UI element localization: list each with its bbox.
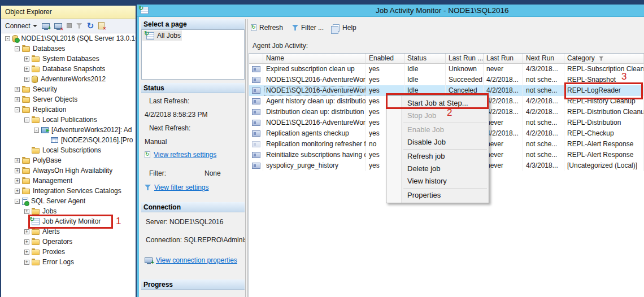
- refresh-button[interactable]: Refresh: [251, 24, 283, 32]
- menu-item[interactable]: View history: [386, 175, 489, 187]
- tree-item[interactable]: Local Subscriptions: [1, 145, 136, 155]
- screenshot-root: Object Explorer Connect ↻ -NODE1\SQL2016…: [0, 0, 644, 297]
- menu-item[interactable]: Properties: [386, 189, 489, 202]
- menu-separator: [403, 188, 487, 189]
- connect-button[interactable]: Connect: [5, 22, 37, 30]
- tree-item[interactable]: -[AdventureWorks2012]: Ad: [1, 125, 136, 135]
- page-item-all-jobs[interactable]: All Jobs: [142, 30, 182, 41]
- tree-item[interactable]: +Operators: [1, 237, 136, 247]
- expand-icon[interactable]: +: [24, 77, 29, 82]
- help-button[interactable]: Help: [333, 24, 356, 32]
- refresh-button-label: Refresh: [259, 24, 283, 32]
- cell-next-run: 4/2/2018...: [523, 107, 564, 117]
- folder-icon: [22, 107, 30, 113]
- expand-icon[interactable]: +: [15, 97, 20, 102]
- view-refresh-settings-link[interactable]: View refresh settings: [154, 151, 216, 159]
- menu-item[interactable]: Delete job: [386, 163, 489, 175]
- column-header-icon: [249, 54, 263, 64]
- tree-item[interactable]: +Database Snapshots: [1, 64, 136, 74]
- job-icon: [252, 77, 260, 83]
- job-icon-cell: [249, 85, 263, 96]
- annotation-number-2: 2: [447, 107, 452, 119]
- expand-icon[interactable]: +: [24, 209, 29, 214]
- column-header-last-run[interactable]: Last Run: [484, 54, 523, 64]
- expand-icon[interactable]: +: [15, 189, 20, 194]
- tree-item[interactable]: -Replication: [1, 104, 136, 115]
- column-header-name[interactable]: Name: [263, 54, 366, 64]
- tree-item[interactable]: -NODE1\SQL2016 (SQL Server 13.0.160: [1, 33, 136, 43]
- column-header-enabled[interactable]: Enabled: [366, 54, 404, 64]
- collapse-icon[interactable]: -: [5, 36, 10, 41]
- view-filter-settings-link[interactable]: View filter settings: [154, 184, 209, 191]
- cell-category: REPL-Checkup: [564, 128, 644, 139]
- tree-item[interactable]: +Server Objects: [1, 94, 136, 104]
- disconnect-server-icon[interactable]: [54, 23, 62, 29]
- cell-outcome: Succeeded: [446, 75, 484, 85]
- tree-item[interactable]: +PolyBase: [1, 155, 136, 165]
- cell-next-run: not sche...: [523, 75, 564, 85]
- expand-icon[interactable]: +: [15, 158, 20, 163]
- job-icon-cell: [249, 160, 263, 171]
- agent-icon: [22, 198, 28, 205]
- connect-button-label: Connect: [5, 22, 31, 30]
- tree-item-label: PolyBase: [33, 156, 62, 164]
- expand-icon[interactable]: +: [24, 67, 29, 72]
- menu-item[interactable]: Disable Job: [386, 136, 489, 148]
- expand-icon[interactable]: +: [15, 178, 20, 184]
- job-icon-cell: [249, 96, 263, 107]
- folder-icon: [32, 56, 40, 62]
- refresh-settings-icon: [145, 151, 150, 158]
- collapse-icon[interactable]: -: [24, 117, 29, 123]
- annotation-box-1: [28, 215, 113, 229]
- tree-item[interactable]: +Proxies: [1, 247, 136, 257]
- refresh-icon[interactable]: ↻: [87, 23, 94, 29]
- error-log-icon[interactable]: [98, 22, 105, 29]
- tree-item[interactable]: -Databases: [1, 43, 136, 54]
- expand-icon[interactable]: +: [24, 229, 29, 234]
- column-header-last-run-outcome[interactable]: Last Run ...: [446, 54, 484, 64]
- tree-item[interactable]: +Error Logs: [1, 257, 136, 267]
- tree-item[interactable]: +Security: [1, 84, 136, 94]
- tree-item[interactable]: +AlwaysOn High Availability: [1, 165, 136, 176]
- menu-separator: [403, 123, 487, 123]
- collapse-icon[interactable]: -: [15, 107, 20, 112]
- tree-item[interactable]: +System Databases: [1, 54, 136, 64]
- filter-button-label: Filter ...: [301, 24, 324, 32]
- tree-item[interactable]: -SQL Server Agent: [1, 196, 136, 206]
- tree-item[interactable]: +AdventureWorks2012: [1, 74, 136, 84]
- view-connection-properties-link[interactable]: View connection properties: [156, 256, 237, 264]
- tree-item-label: Proxies: [42, 248, 65, 256]
- tree-item[interactable]: [NODE2\SQL2016].[Pro: [1, 135, 136, 145]
- collapse-icon[interactable]: -: [34, 128, 39, 133]
- tree-item[interactable]: -Local Publications: [1, 115, 136, 125]
- next-refresh-label: Next Refresh:: [149, 124, 190, 132]
- expand-icon[interactable]: +: [24, 250, 29, 255]
- column-header-status[interactable]: Status: [404, 54, 446, 64]
- expand-icon[interactable]: +: [24, 239, 29, 244]
- table-row[interactable]: Expired subscription clean upyesIdleUnkn…: [249, 64, 644, 75]
- column-header-next-run[interactable]: Next Run: [523, 54, 564, 64]
- expand-icon[interactable]: +: [24, 56, 29, 62]
- folder-icon: [32, 239, 40, 245]
- menu-item[interactable]: Refresh job: [386, 150, 489, 163]
- annotation-number-1: 1: [116, 216, 121, 227]
- pane-splitter[interactable]: [245, 19, 248, 297]
- connection-header: Connection: [141, 202, 245, 212]
- job-icon: [252, 109, 260, 115]
- filter-button[interactable]: Filter ...: [292, 24, 324, 32]
- tree-item-label: NODE1\SQL2016 (SQL Server 13.0.160: [21, 34, 136, 42]
- expand-icon[interactable]: +: [15, 168, 20, 173]
- expand-icon[interactable]: +: [24, 260, 29, 265]
- view-filter-settings-row: View filter settings: [145, 184, 209, 191]
- collapse-icon[interactable]: -: [15, 46, 20, 51]
- cell-name: syspolicy_purge_history: [263, 160, 366, 171]
- column-header-category[interactable]: Category: [564, 54, 644, 64]
- job-activity-monitor-window: Job Activity Monitor - NODE1\SQL2016 Sel…: [137, 5, 644, 297]
- database-icon: [32, 76, 38, 83]
- connect-server-icon[interactable]: [42, 23, 50, 29]
- tree-item[interactable]: +Integration Services Catalogs: [1, 186, 136, 196]
- tree-item[interactable]: +Management: [1, 176, 136, 186]
- expand-icon[interactable]: +: [15, 87, 20, 92]
- collapse-icon[interactable]: -: [15, 199, 20, 204]
- folder-icon: [22, 178, 30, 184]
